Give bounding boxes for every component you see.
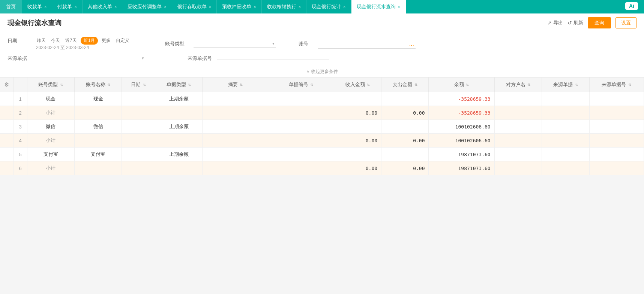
nav-home[interactable]: 首页: [0, 0, 22, 13]
export-icon: ↗: [547, 20, 552, 26]
close-tab-icon[interactable]: ×: [398, 4, 400, 9]
account-input[interactable]: ...: [318, 39, 416, 49]
settings-button[interactable]: 设置: [615, 17, 636, 28]
close-tab-icon[interactable]: ×: [343, 4, 345, 9]
row-doc-type: 上期余额: [155, 92, 202, 106]
nav-tab[interactable]: 收款核销执行×: [262, 0, 306, 13]
source-doc-label: 来源单据: [8, 55, 30, 62]
source-doc-no-input[interactable]: [217, 57, 329, 60]
page-title: 现金银行流水查询: [8, 18, 62, 27]
close-tab-icon[interactable]: ×: [254, 4, 256, 9]
account-type-select[interactable]: ▾: [194, 40, 276, 48]
collapse-bar[interactable]: ∧ 收起更多条件: [0, 66, 644, 78]
account-more-button[interactable]: ...: [409, 40, 414, 47]
row-summary: [203, 161, 268, 175]
row-date: [122, 148, 155, 161]
close-tab-icon[interactable]: ×: [164, 4, 166, 9]
export-button[interactable]: ↗ 导出: [547, 19, 563, 26]
nav-tab[interactable]: 其他收入单×: [83, 0, 122, 13]
th-doc-no[interactable]: 单据编号 ⇅: [268, 78, 334, 92]
th-balance[interactable]: 余额 ⇅: [429, 78, 494, 92]
filter-area: 日期 昨天今天近7天近1月更多自定义 2023-02-24 至 2023-03-…: [0, 32, 644, 66]
close-tab-icon[interactable]: ×: [299, 4, 301, 9]
gear-icon[interactable]: ⚙: [4, 81, 9, 88]
row-counterparty: [494, 106, 542, 120]
date-shortcut-btn[interactable]: 昨天: [35, 37, 47, 45]
refresh-button[interactable]: ↺ 刷新: [567, 19, 583, 26]
nav-tab[interactable]: 现金银行流水查询×: [351, 0, 406, 13]
row-account-type: 小计: [27, 161, 74, 175]
th-counterparty[interactable]: 对方户名 ⇅: [494, 78, 542, 92]
row-summary: [203, 134, 268, 148]
date-shortcut-btn[interactable]: 自定义: [114, 37, 131, 45]
row-account-name: [74, 161, 122, 175]
close-tab-icon[interactable]: ×: [209, 4, 211, 9]
nav-tab[interactable]: 应收应付调整单×: [122, 0, 172, 13]
th-summary[interactable]: 摘要 ⇅: [203, 78, 268, 92]
date-shortcut-btn[interactable]: 近1月: [81, 37, 98, 45]
table-row: 1 现金 现金 上期余额 -3528659.33: [0, 92, 644, 106]
th-doc-type[interactable]: 单据类型 ⇅: [155, 78, 202, 92]
row-income: [334, 120, 381, 134]
row-date: [122, 92, 155, 106]
row-date: [122, 120, 155, 134]
account-type-label: 账号类型: [165, 40, 188, 47]
row-counterparty: [494, 92, 542, 106]
row-source-doc: [542, 134, 589, 148]
row-index: 1: [14, 92, 27, 106]
row-settings: [0, 120, 14, 134]
row-balance: -3528659.33: [429, 92, 494, 106]
th-income[interactable]: 收入金额 ⇅: [334, 78, 381, 92]
row-summary: [203, 106, 268, 120]
date-shortcut-btn[interactable]: 近7天: [64, 37, 78, 45]
row-summary: [203, 92, 268, 106]
query-button[interactable]: 查询: [588, 17, 611, 28]
th-expense[interactable]: 支出金额 ⇅: [381, 78, 429, 92]
row-expense: [381, 92, 429, 106]
row-index: 4: [14, 134, 27, 148]
nav-tab[interactable]: 预收冲应收单×: [217, 0, 261, 13]
filter-row-1: 日期 昨天今天近7天近1月更多自定义 2023-02-24 至 2023-03-…: [8, 37, 636, 51]
th-index: [14, 78, 27, 92]
row-doc-no: [268, 92, 334, 106]
row-counterparty: [494, 161, 542, 175]
account-label: 账号: [299, 40, 312, 47]
row-doc-no: [268, 106, 334, 120]
th-source-doc[interactable]: 来源单据 ⇅: [542, 78, 589, 92]
row-doc-type: [155, 106, 202, 120]
row-balance: -3528659.33: [429, 106, 494, 120]
nav-home-label: 首页: [6, 3, 16, 10]
nav-tab[interactable]: 付款单×: [52, 0, 82, 13]
row-doc-type: [155, 134, 202, 148]
nav-tab[interactable]: 收款单×: [22, 0, 52, 13]
row-doc-type: 上期余额: [155, 148, 202, 161]
row-balance: 19871073.60: [429, 148, 494, 161]
date-shortcuts: 昨天今天近7天近1月更多自定义: [35, 37, 131, 45]
row-account-type: 现金: [27, 92, 74, 106]
th-account-name[interactable]: 账号名称 ⇅: [74, 78, 122, 92]
table-row: 6 小计 0.00 0.00 19871073.60: [0, 161, 644, 175]
row-source-doc-no: [589, 92, 644, 106]
filter-row-2: 来源单据 ▾ 来源单据号: [8, 55, 636, 62]
row-settings: [0, 92, 14, 106]
th-account-type[interactable]: 账号类型 ⇅: [27, 78, 74, 92]
date-shortcut-btn[interactable]: 今天: [50, 37, 62, 45]
th-source-doc-no[interactable]: 来源单据号 ⇅: [589, 78, 644, 92]
row-summary: [203, 148, 268, 161]
row-doc-no: [268, 134, 334, 148]
nav-tab[interactable]: 现金银行统计×: [306, 0, 351, 13]
data-table: ⚙ 账号类型 ⇅ 账号名称 ⇅ 日期 ⇅ 单据类型 ⇅ 摘要 ⇅ 单据编号 ⇅ …: [0, 78, 644, 175]
close-tab-icon[interactable]: ×: [74, 4, 77, 9]
close-tab-icon[interactable]: ×: [44, 4, 47, 9]
source-doc-select[interactable]: ▾: [33, 55, 146, 62]
row-balance: 19871073.60: [429, 161, 494, 175]
row-doc-no: [268, 148, 334, 161]
date-shortcut-btn[interactable]: 更多: [100, 37, 112, 45]
close-tab-icon[interactable]: ×: [114, 4, 117, 9]
row-source-doc-no: [589, 161, 644, 175]
th-date[interactable]: 日期 ⇅: [122, 78, 155, 92]
row-source-doc: [542, 161, 589, 175]
settings-col-header[interactable]: ⚙: [0, 78, 14, 92]
nav-tab[interactable]: 银行存取款单×: [172, 0, 217, 13]
row-date: [122, 134, 155, 148]
